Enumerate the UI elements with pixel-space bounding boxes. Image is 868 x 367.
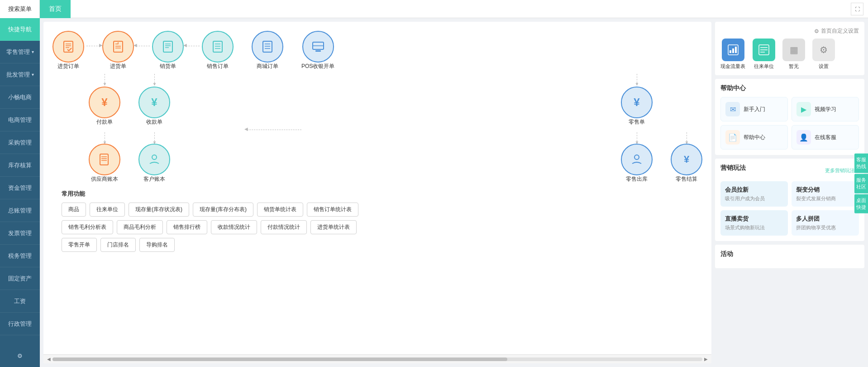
func-btn-[interactable]: 商品 [62, 203, 86, 217]
online-service-icon: 👤 [796, 130, 811, 145]
func-btn-[interactable]: 现存量(库存分布表) [193, 203, 253, 217]
empty-label: 暂无 [789, 63, 799, 70]
flow-node-payment[interactable]: ¥ 付款单 [89, 87, 120, 126]
flow-node-sales-order[interactable]: 销售订单 [202, 31, 234, 70]
marketing-section: 营销玩法 更多营销玩法 > 会员拉新 吸引用户成为会员 裂变分销 裂变式发展分销… [715, 159, 864, 241]
retail-settlement-icon: ¥ [671, 144, 702, 175]
more-marketing-link[interactable]: 更多营销玩法 > [825, 167, 859, 174]
svg-rect-22 [100, 154, 108, 165]
func-btn-[interactable]: 销售订单统计表 [307, 203, 358, 217]
func-btn-[interactable]: 零售开单 [62, 238, 97, 252]
func-btn-[interactable]: 销售排行榜 [167, 220, 207, 234]
help-item-video[interactable]: ▶ 视频学习 [792, 97, 859, 121]
sidebar-item-fixed-assets[interactable]: 固定资产 [0, 267, 40, 290]
flow-node-purchase-order[interactable]: 进货订单 [52, 31, 84, 70]
help-item-online-service[interactable]: 👤 在线客服 [792, 125, 859, 150]
svg-rect-11 [213, 41, 222, 52]
scroll-left-button[interactable]: ◀ [45, 356, 52, 363]
purchase-label: 进货单 [110, 63, 126, 70]
search-menu-button[interactable]: 搜索菜单 [0, 0, 40, 18]
func-btn-[interactable]: 销售毛利分析表 [62, 220, 113, 234]
help-center-section: 帮助中心 ✉ 新手入门 ▶ 视频学习 📄 帮助中心 👤 [715, 79, 864, 155]
sidebar-settings-button[interactable]: ⚙ [0, 344, 40, 367]
quick-nav-partner[interactable]: 往来单位 [753, 39, 775, 70]
quick-nav-cashflow[interactable]: 现金流量表 [720, 39, 745, 70]
beginner-label: 新手入门 [744, 106, 765, 113]
svg-point-26 [152, 155, 157, 159]
float-btn-service[interactable]: 客服热线 [854, 154, 868, 173]
func-btn-[interactable]: 销货单统计表 [257, 203, 303, 217]
online-service-label: 在线客服 [815, 134, 836, 141]
tab-home[interactable]: 首页 [40, 0, 71, 18]
marketing-item-member[interactable]: 会员拉新 吸引用户成为会员 [720, 181, 788, 207]
quick-nav-icons: 现金流量表 往来单位 ▦ 暂无 ⚙ 设置 [720, 39, 859, 70]
help-item-beginner[interactable]: ✉ 新手入门 [720, 97, 788, 121]
retail-icon: ¥ [621, 87, 653, 118]
quick-nav-settings-item[interactable]: ⚙ 设置 [812, 39, 835, 70]
func-btn-[interactable]: 往来单位 [90, 203, 125, 217]
func-btn-[interactable]: 进货单统计表 [310, 220, 357, 234]
flow-node-retail-settlement[interactable]: ¥ 零售结算 [671, 144, 702, 183]
sidebar-item-inventory[interactable]: 库存核算 [0, 154, 40, 177]
retail-settlement-label: 零售结算 [676, 175, 697, 183]
quick-nav-section: ⚙ 首页自定义设置 现金流量表 往来单位 [715, 22, 864, 75]
sales-icon [152, 31, 184, 63]
sidebar-item-ledger[interactable]: 总账管理 [0, 199, 40, 222]
supplier-account-icon [89, 144, 120, 175]
sidebar-item-purchase[interactable]: 采购管理 [0, 131, 40, 154]
svg-rect-21 [315, 50, 321, 52]
sidebar-item-admin[interactable]: 行政管理 [0, 313, 40, 335]
func-btn-[interactable]: 导购排名 [139, 238, 175, 252]
settings-icon: ⚙ [812, 39, 835, 61]
customer-account-icon [138, 144, 170, 175]
flow-node-supplier-account[interactable]: 供应商账本 [89, 144, 120, 183]
retail-outbound-label: 零售出库 [626, 175, 648, 183]
member-title: 会员拉新 [725, 186, 783, 194]
group-desc: 拼团购物享受优惠 [796, 224, 854, 231]
flow-node-mall-order[interactable]: 商城订单 [252, 31, 283, 70]
sidebar-item-finance[interactable]: 资金管理 [0, 177, 40, 199]
quick-nav-settings[interactable]: ⚙ 首页自定义设置 [720, 27, 859, 35]
quick-nav-empty[interactable]: ▦ 暂无 [782, 39, 805, 70]
sidebar-item-retail[interactable]: 零售管理 ▾ [0, 41, 40, 63]
sidebar-item-wholesale[interactable]: 批发管理 ▾ [0, 63, 40, 86]
scroll-track[interactable] [52, 357, 702, 361]
scroll-right-button[interactable]: ▶ [702, 356, 710, 363]
fullscreen-button[interactable]: ⛶ [851, 3, 863, 15]
func-btn-[interactable]: 商品毛利分析 [117, 220, 163, 234]
partner-icon [753, 39, 775, 61]
func-btn-[interactable]: 门店排名 [100, 238, 136, 252]
payment-icon: ¥ [89, 87, 120, 118]
func-btn-[interactable]: 收款情况统计 [211, 220, 257, 234]
mall-order-icon [252, 31, 283, 63]
flow-node-purchase[interactable]: 进货单 [102, 31, 134, 70]
marketing-item-fission[interactable]: 裂变分销 裂变式发展分销商 [792, 181, 859, 207]
float-buttons: 客服热线 服务社区 桌面快捷 [854, 154, 868, 213]
float-btn-community[interactable]: 服务社区 [854, 174, 868, 193]
sidebar-item-invoice[interactable]: 发票管理 [0, 222, 40, 245]
flow-node-sales[interactable]: 销货单 [152, 31, 184, 70]
sidebar-item-ecommerce[interactable]: 电商管理 [0, 109, 40, 131]
func-btn-[interactable]: 现存量(库存状况表) [129, 203, 189, 217]
flow-node-receipt[interactable]: ¥ 收款单 [138, 87, 170, 126]
cashflow-label: 现金流量表 [720, 63, 745, 70]
left-panel: 进货订单 ▶ 进货单 [43, 22, 711, 363]
flow-node-retail-outbound[interactable]: 零售出库 [621, 144, 653, 183]
sidebar-item-ecommerce-small[interactable]: 小畅电商 [0, 86, 40, 109]
sidebar-item-quick-nav[interactable]: 快捷导航 [0, 18, 40, 41]
marketing-item-live[interactable]: 直播卖货 场景式购物新玩法 [720, 210, 788, 236]
scroll-thumb[interactable] [52, 357, 507, 361]
func-btn-[interactable]: 付款情况统计 [261, 220, 307, 234]
marketing-grid: 会员拉新 吸引用户成为会员 裂变分销 裂变式发展分销商 直播卖货 场景式购物新玩… [720, 181, 859, 236]
sidebar-item-payroll[interactable]: 工资 [0, 290, 40, 313]
help-item-helpcenter[interactable]: 📄 帮助中心 [720, 125, 788, 150]
horizontal-scrollbar[interactable]: ◀ ▶ [43, 354, 711, 363]
flow-node-retail[interactable]: ¥ 零售单 [621, 87, 653, 126]
flow-node-customer-account[interactable]: 客户账本 [138, 144, 170, 183]
common-funcs-title: 常用功能 [62, 190, 693, 198]
marketing-item-group[interactable]: 多人拼团 拼团购物享受优惠 [792, 210, 859, 236]
sidebar-item-tax[interactable]: 税务管理 [0, 245, 40, 267]
float-btn-desktop[interactable]: 桌面快捷 [854, 194, 868, 213]
flow-node-pos[interactable]: POS收银开单 [301, 31, 334, 70]
purchase-order-icon [52, 31, 84, 63]
